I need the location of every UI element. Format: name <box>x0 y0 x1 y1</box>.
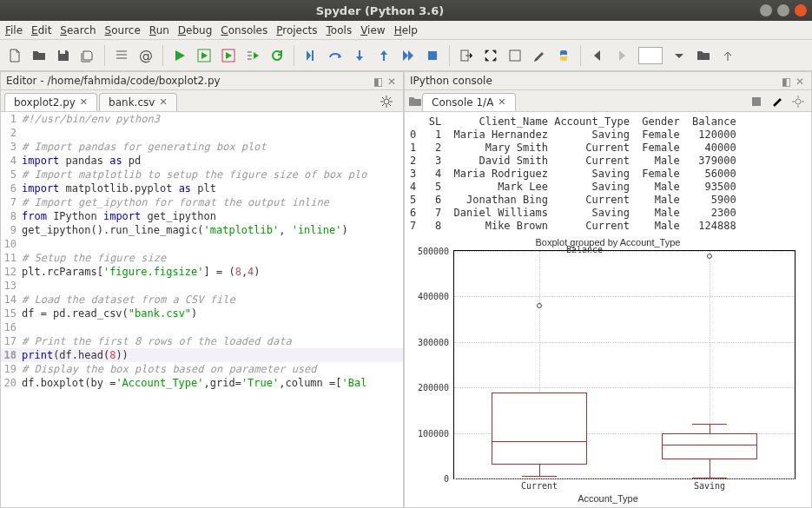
fullscreen-icon[interactable] <box>505 46 525 65</box>
debug-icon[interactable] <box>301 46 320 65</box>
svg-point-8 <box>795 99 801 104</box>
console-pane-title-text: IPython console <box>410 75 778 87</box>
menubar: FileEditSearchSourceRunDebugConsolesProj… <box>0 21 812 40</box>
separator <box>294 45 294 66</box>
dataframe-output: SL Client_Name Account_Type Gender Balan… <box>410 115 806 233</box>
menu-tools[interactable]: Tools <box>327 24 353 36</box>
maximize-icon[interactable] <box>481 46 500 65</box>
menu-search[interactable]: Search <box>60 24 96 36</box>
continue-icon[interactable] <box>399 46 418 65</box>
forward-icon[interactable] <box>612 46 631 65</box>
working-dir-input[interactable] <box>638 47 663 64</box>
list-icon[interactable] <box>112 46 131 65</box>
save-icon[interactable] <box>54 46 73 65</box>
separator <box>580 45 581 66</box>
menu-projects[interactable]: Projects <box>276 24 317 36</box>
editor-pane-title: Editor - /home/fahmida/code/boxplot2.py … <box>1 72 403 90</box>
step-into-icon[interactable] <box>350 46 369 65</box>
new-file-icon[interactable] <box>5 46 24 65</box>
separator <box>449 45 450 66</box>
run-icon[interactable] <box>170 46 189 65</box>
menu-edit[interactable]: Edit <box>31 24 51 36</box>
svg-rect-3 <box>428 51 437 60</box>
menu-file[interactable]: File <box>5 24 23 36</box>
browse-folder-icon[interactable] <box>694 46 713 65</box>
editor-tabs: boxplot2.py ✕ bank.csv ✕ <box>1 90 403 112</box>
main-area: Editor - /home/fahmida/code/boxplot2.py … <box>0 71 812 508</box>
parent-dir-icon[interactable] <box>718 46 737 65</box>
python-path-icon[interactable] <box>554 46 573 65</box>
tab-label: Console 1/A <box>432 96 493 109</box>
rerun-icon[interactable] <box>267 46 287 65</box>
menu-source[interactable]: Source <box>105 24 141 36</box>
tab-label: bank.csv <box>109 96 155 109</box>
pane-detach-icon[interactable]: ◧ <box>373 76 384 86</box>
dropdown-icon[interactable] <box>670 46 689 65</box>
pane-close-icon[interactable]: ✕ <box>387 76 398 86</box>
plot-area: 0100000200000300000400000500000CurrentSa… <box>453 250 795 479</box>
console-tabs: Console 1/A ✕ <box>405 90 811 112</box>
console-pane-title: IPython console ◧ ✕ <box>405 72 811 90</box>
window-minimize-button[interactable] <box>760 4 772 16</box>
x-axis-label: Account_Type <box>410 492 806 505</box>
run-selection-icon[interactable] <box>243 46 262 65</box>
tab-label: boxplot2.py <box>14 96 76 109</box>
svg-rect-2 <box>312 50 314 61</box>
tab-console-1a[interactable]: Console 1/A ✕ <box>422 93 516 111</box>
pane-close-icon[interactable]: ✕ <box>795 76 806 86</box>
exit-icon[interactable] <box>457 46 476 65</box>
menu-consoles[interactable]: Consoles <box>221 24 267 36</box>
separator <box>162 45 163 66</box>
code-editor[interactable]: 1#!/usr/bin/env python323# Import pandas… <box>1 112 403 507</box>
menu-view[interactable]: View <box>360 24 385 36</box>
console-pane: IPython console ◧ ✕ Console 1/A ✕ SL Cli… <box>404 71 812 508</box>
chart-title: Boxplot grouped by Account_Type <box>536 237 681 247</box>
tab-boxplot2[interactable]: boxplot2.py ✕ <box>4 93 97 111</box>
stop-debug-icon[interactable] <box>423 46 442 65</box>
svg-rect-7 <box>752 97 761 106</box>
window-maximize-button[interactable] <box>777 4 789 16</box>
menu-debug[interactable]: Debug <box>178 24 212 36</box>
close-tab-icon[interactable]: ✕ <box>80 96 88 108</box>
menu-run[interactable]: Run <box>149 24 169 36</box>
open-folder-icon[interactable] <box>30 46 49 65</box>
editor-pane-title-text: Editor - /home/fahmida/code/boxplot2.py <box>6 75 370 87</box>
close-tab-icon[interactable]: ✕ <box>498 96 505 108</box>
separator <box>104 45 105 66</box>
run-cell-advance-icon[interactable] <box>219 46 238 65</box>
svg-rect-5 <box>510 50 520 61</box>
interrupt-icon[interactable] <box>747 92 766 111</box>
step-out-icon[interactable] <box>374 46 393 65</box>
back-icon[interactable] <box>588 46 607 65</box>
console-options-icon[interactable] <box>789 92 808 111</box>
close-tab-icon[interactable]: ✕ <box>159 96 167 108</box>
at-icon[interactable]: @ <box>136 46 155 65</box>
svg-point-6 <box>384 99 389 104</box>
menu-help[interactable]: Help <box>394 24 418 36</box>
window-close-button[interactable] <box>795 4 807 16</box>
browse-tabs-icon[interactable] <box>408 92 422 111</box>
step-over-icon[interactable] <box>326 46 345 65</box>
toolbar: @ <box>0 40 812 71</box>
titlebar: Spyder (Python 3.6) <box>0 0 812 21</box>
save-all-icon[interactable] <box>78 46 97 65</box>
pane-detach-icon[interactable]: ◧ <box>782 76 792 86</box>
window-title: Spyder (Python 3.6) <box>5 4 755 17</box>
boxplot-chart: Boxplot grouped by Account_Type Balance … <box>410 236 806 504</box>
editor-pane: Editor - /home/fahmida/code/boxplot2.py … <box>0 71 404 508</box>
clear-icon[interactable] <box>768 92 787 111</box>
console-output[interactable]: SL Client_Name Account_Type Gender Balan… <box>405 112 811 507</box>
run-cell-icon[interactable] <box>195 46 214 65</box>
preferences-icon[interactable] <box>530 46 549 65</box>
tab-bank-csv[interactable]: bank.csv ✕ <box>99 93 177 111</box>
editor-options-icon[interactable] <box>377 92 396 111</box>
